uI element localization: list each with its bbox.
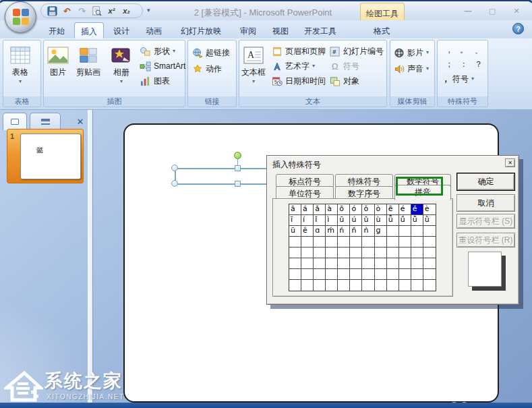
symbol-cell[interactable] [411, 237, 423, 247]
movie-button[interactable]: 影片 ▾ [393, 47, 429, 59]
object-button[interactable]: 对象 [329, 75, 359, 87]
symbol-cell[interactable]: ī [289, 215, 301, 226]
symbol-cell[interactable] [301, 258, 314, 269]
symbol-cell[interactable]: í [301, 215, 314, 226]
tab-format[interactable]: 格式 [361, 22, 402, 38]
close-button[interactable]: ✕ [509, 7, 524, 17]
symbol-cell[interactable] [423, 247, 436, 258]
symbol-cell[interactable] [338, 280, 350, 291]
symbol-cell[interactable] [362, 258, 374, 269]
resize-handle-bottomleft[interactable] [171, 180, 178, 187]
header-footer-button[interactable]: 页眉和页脚 [271, 45, 326, 57]
rotate-handle[interactable] [234, 152, 241, 159]
symbol-cell[interactable]: ň [350, 226, 362, 237]
symbol-cell[interactable] [375, 269, 387, 280]
symbol-cell[interactable] [289, 269, 301, 280]
symbol-cell[interactable] [314, 258, 326, 269]
textbox-button[interactable]: A 文本框 ▾ [241, 43, 266, 84]
symbol-cell[interactable]: ū [338, 215, 350, 226]
wordart-button[interactable]: 艺术字 ▾ [271, 60, 315, 72]
smartart-button[interactable]: SmartArt [140, 60, 185, 72]
symbol-comma-button[interactable]: ， [443, 45, 455, 55]
symbol-cell[interactable]: ḿ [326, 226, 338, 237]
symbol-cell[interactable] [375, 237, 387, 247]
symbol-cell[interactable] [423, 280, 436, 291]
symbol-cell[interactable]: ǜ [423, 215, 436, 226]
symbol-cell[interactable] [289, 247, 301, 258]
symbol-cell[interactable] [301, 269, 314, 280]
symbol-cell[interactable] [326, 247, 338, 258]
symbol-period-button[interactable]: 。 [458, 45, 470, 55]
symbol-cell[interactable] [399, 237, 411, 247]
symbol-cell[interactable] [301, 247, 314, 258]
symbol-cell[interactable]: à [326, 204, 338, 215]
qat-customize-icon[interactable]: ▾ [147, 7, 150, 13]
maximize-button[interactable]: ▢ [485, 7, 500, 17]
tab-view[interactable]: 视图 [266, 22, 295, 38]
symbol-cell[interactable] [411, 269, 423, 280]
symbol-cell[interactable] [375, 280, 387, 291]
superscript-button[interactable]: x² [106, 5, 117, 17]
symbol-cell[interactable] [423, 237, 436, 247]
tab-design[interactable]: 设计 [107, 22, 136, 38]
symbol-cell[interactable]: ǎ [314, 204, 326, 215]
symbol-cell[interactable] [314, 280, 326, 291]
tab-review[interactable]: 审阅 [233, 22, 263, 38]
symbol-cell[interactable]: ù [375, 215, 387, 226]
symbol-cell[interactable]: ǐ [314, 215, 326, 226]
symbol-cell[interactable] [399, 258, 411, 269]
symbol-cell[interactable]: ó [350, 204, 362, 215]
symbol-cell[interactable] [387, 258, 399, 269]
tab-outline[interactable] [30, 113, 61, 130]
symbol-cell[interactable] [387, 269, 399, 280]
symbol-cell[interactable] [399, 280, 411, 291]
resize-handle-top[interactable] [235, 165, 241, 171]
symbol-cell[interactable]: è [423, 204, 436, 215]
textbox-border-bottom[interactable] [175, 183, 270, 185]
symbol-cell[interactable] [338, 258, 350, 269]
tab-slides-thumbnails[interactable] [3, 113, 27, 130]
symbol-cell[interactable]: ǒ [362, 204, 374, 215]
resize-handle-topleft[interactable] [171, 165, 178, 171]
symbol-cell[interactable]: ǹ [362, 226, 374, 237]
textbox-border-top[interactable] [175, 168, 270, 169]
print-preview-icon[interactable] [91, 5, 102, 17]
symbol-cell[interactable]: ā [289, 204, 301, 215]
tab-developer[interactable]: 开发工具 [298, 22, 343, 38]
symbol-cell[interactable] [375, 258, 387, 269]
subscript-button[interactable]: x₂ [121, 5, 132, 17]
symbol-cell[interactable] [314, 247, 326, 258]
symbol-cell[interactable]: ì [326, 215, 338, 226]
symbol-cell[interactable]: é [399, 204, 411, 215]
symbol-cell[interactable]: ɡ [375, 226, 387, 237]
symbol-cell[interactable] [289, 237, 301, 247]
symbol-cell[interactable] [387, 280, 399, 291]
symbol-cell[interactable]: ǖ [387, 215, 399, 226]
symbol-cell[interactable]: ǔ [362, 215, 374, 226]
symbol-cell[interactable] [350, 280, 362, 291]
symbol-cell[interactable] [423, 269, 436, 280]
symbol-cell-selected[interactable]: ě [411, 204, 423, 215]
clipart-button[interactable]: 剪贴画 [76, 43, 100, 78]
symbol-cell[interactable]: ǚ [411, 215, 423, 226]
cancel-button[interactable]: 取消 [456, 194, 515, 212]
symbol-cell[interactable] [399, 247, 411, 258]
symbol-cell[interactable]: ē [387, 204, 399, 215]
symbol-cell[interactable] [326, 237, 338, 247]
symbol-cell[interactable] [411, 258, 423, 269]
symbol-cell[interactable] [350, 237, 362, 247]
datetime-button[interactable]: 5 日期和时间 [271, 75, 326, 87]
symbol-cell[interactable] [350, 247, 362, 258]
ok-button[interactable]: 确定 [456, 173, 515, 191]
slide-thumbnail-selected[interactable]: 1 懿 [7, 129, 84, 183]
symbol-cell[interactable] [399, 269, 411, 280]
symbol-cell[interactable] [326, 280, 338, 291]
symbol-cell[interactable] [423, 226, 436, 237]
symbol-cell[interactable] [362, 237, 374, 247]
table-button[interactable]: 表格 ▾ [9, 43, 32, 84]
tab-animations[interactable]: 动画 [139, 22, 169, 38]
sound-button[interactable]: 声音 ▾ [393, 63, 429, 75]
more-symbols-button[interactable]: ， 符号 ▾ [442, 73, 474, 85]
symbol-cell[interactable] [326, 269, 338, 280]
symbol-cell[interactable] [411, 280, 423, 291]
